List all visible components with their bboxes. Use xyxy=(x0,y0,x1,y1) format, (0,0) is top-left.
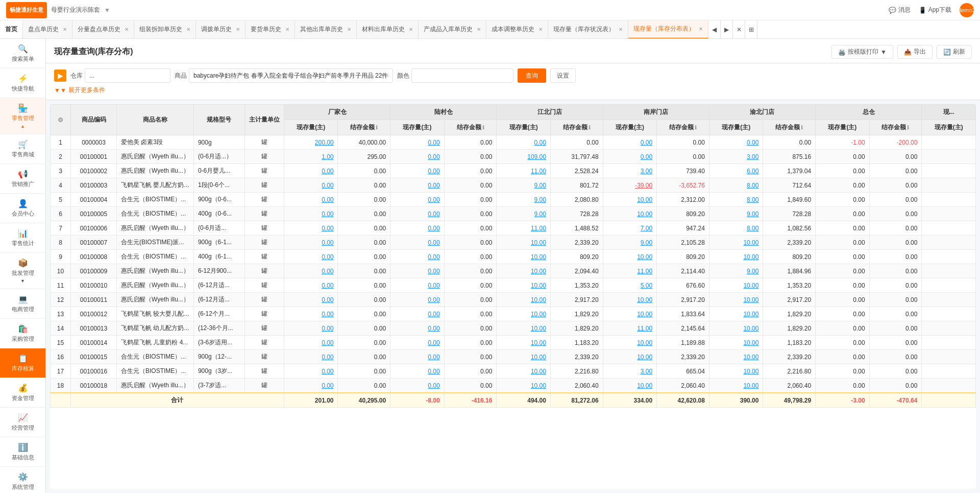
qty-link[interactable]: 200.00 xyxy=(315,139,334,146)
qty-link[interactable]: 0.00 xyxy=(428,354,439,361)
qty-link[interactable]: 10.00 xyxy=(531,282,546,289)
color-input[interactable] xyxy=(411,68,513,83)
selector-arrow[interactable]: ▼ xyxy=(104,7,110,14)
qty-link[interactable]: 0.00 xyxy=(428,268,439,275)
qty-link[interactable]: 10.00 xyxy=(743,339,758,346)
qty-link[interactable]: 10.00 xyxy=(531,382,546,389)
setting-btn[interactable]: 设置 xyxy=(550,68,576,83)
qty-link[interactable]: 0.00 xyxy=(428,296,439,303)
qty-link[interactable]: 10.00 xyxy=(637,253,652,261)
qty-link[interactable]: 0.00 xyxy=(322,239,333,246)
qty-link[interactable]: 0.00 xyxy=(322,268,333,275)
qty-link[interactable]: 10.00 xyxy=(743,253,758,261)
qty-link[interactable]: 0.00 xyxy=(641,153,652,160)
qty-link[interactable]: 0.00 xyxy=(428,239,439,246)
export-btn[interactable]: 📤 导出 xyxy=(897,45,933,59)
sidebar-item-wholesale[interactable]: 📦 批发管理 ▼ xyxy=(0,253,45,289)
print-btn[interactable]: 🖨️ 按模版打印 ▼ xyxy=(831,45,893,59)
qty-link[interactable]: 10.00 xyxy=(743,282,758,289)
qty-link[interactable]: 0.00 xyxy=(428,225,439,232)
qty-link[interactable]: 10.00 xyxy=(531,268,546,275)
qty-link[interactable]: 11.00 xyxy=(531,168,546,175)
qty-link[interactable]: 0.00 xyxy=(428,368,439,375)
qty-link[interactable]: 3.00 xyxy=(641,368,652,375)
qty-link[interactable]: 9.00 xyxy=(534,196,546,203)
info-icon[interactable]: ℹ xyxy=(695,125,697,130)
sidebar-item-inventory[interactable]: 📋 库存核算 xyxy=(0,348,45,378)
qty-link[interactable]: 0.00 xyxy=(322,296,333,303)
sidebar-item-member[interactable]: 👤 会员中心 xyxy=(0,194,45,223)
qty-link[interactable]: 0.00 xyxy=(322,168,333,175)
qty-link[interactable]: 0.00 xyxy=(322,382,333,389)
qty-link[interactable]: 10.00 xyxy=(531,325,546,332)
sidebar-item-ecom[interactable]: 💻 电商管理 xyxy=(0,289,45,319)
tab-close-all-btn[interactable]: ✕ xyxy=(733,20,745,39)
expand-more-btn[interactable]: ▼▼ 展开更多条件 xyxy=(54,86,972,95)
qty-link[interactable]: -39.00 xyxy=(635,182,652,189)
filter-toggle-btn[interactable]: ▶ xyxy=(54,69,66,82)
qty-link[interactable]: 11.00 xyxy=(637,325,652,332)
qty-link[interactable]: 10.00 xyxy=(637,210,652,218)
qty-link[interactable]: 7.00 xyxy=(641,225,652,232)
qty-link[interactable]: 11.00 xyxy=(531,225,546,232)
info-icon[interactable]: ℹ xyxy=(589,125,591,130)
qty-link[interactable]: 10.00 xyxy=(531,339,546,346)
qty-link[interactable]: 9.00 xyxy=(641,239,652,246)
close-icon[interactable]: ✕ xyxy=(236,27,240,32)
qty-link[interactable]: 0.00 xyxy=(428,339,439,346)
qty-link[interactable]: 8.00 xyxy=(747,225,758,232)
qty-link[interactable]: 10.00 xyxy=(637,382,652,389)
qty-link[interactable]: 10.00 xyxy=(743,296,758,303)
qty-link[interactable]: 0.00 xyxy=(428,382,439,389)
qty-link[interactable]: 10.00 xyxy=(531,354,546,361)
sidebar-item-ops[interactable]: 📈 经营管理 xyxy=(0,408,45,437)
qty-link[interactable]: 10.00 xyxy=(743,325,758,332)
close-icon[interactable]: ✕ xyxy=(699,26,703,32)
qty-link[interactable]: 0.00 xyxy=(747,139,758,146)
qty-link[interactable]: 1.00 xyxy=(322,153,333,160)
qty-link[interactable]: 9.00 xyxy=(747,268,758,275)
qty-link[interactable]: 10.00 xyxy=(743,311,758,318)
qty-link[interactable]: 10.00 xyxy=(531,239,546,246)
qty-link[interactable]: 0.00 xyxy=(322,354,333,361)
info-icon[interactable]: ℹ xyxy=(907,125,909,130)
qty-link[interactable]: 10.00 xyxy=(637,296,652,303)
qty-link[interactable]: 0.00 xyxy=(641,139,652,146)
qty-link[interactable]: 0.00 xyxy=(428,311,439,318)
qty-link[interactable]: 0.00 xyxy=(322,282,333,289)
sidebar-item-base[interactable]: ℹ️ 基础信息 xyxy=(0,437,45,467)
qty-link[interactable]: 9.00 xyxy=(747,210,758,218)
qty-link[interactable]: 0.00 xyxy=(428,210,439,218)
app-download-btn[interactable]: 📱 App下载 xyxy=(919,6,951,14)
tab-requisition[interactable]: 要货单历史✕ xyxy=(246,20,295,39)
qty-link[interactable]: 0.00 xyxy=(534,139,546,146)
qty-link[interactable]: 0.00 xyxy=(322,210,333,218)
qty-link[interactable]: 0.00 xyxy=(322,196,333,203)
tab-prev-btn[interactable]: ◀ xyxy=(708,20,721,39)
sidebar-item-system[interactable]: ⚙️ 系统管理 xyxy=(0,467,45,493)
warehouse-input[interactable] xyxy=(85,68,170,83)
qty-link[interactable]: 0.00 xyxy=(428,182,439,189)
tab-transfer[interactable]: 调拨单历史✕ xyxy=(196,20,246,39)
close-icon[interactable]: ✕ xyxy=(409,27,413,32)
qty-link[interactable]: 0.00 xyxy=(428,253,439,261)
qty-link[interactable]: 5.00 xyxy=(641,282,652,289)
qty-link[interactable]: 3.00 xyxy=(747,153,758,160)
qty-link[interactable]: 10.00 xyxy=(743,239,758,246)
qty-link[interactable]: 0.00 xyxy=(322,225,333,232)
qty-link[interactable]: 10.00 xyxy=(743,382,758,389)
sidebar-item-nav[interactable]: ⚡ 快捷导航 xyxy=(0,68,45,98)
close-icon[interactable]: ✕ xyxy=(125,27,129,32)
close-icon[interactable]: ✕ xyxy=(477,27,481,32)
qty-link[interactable]: 0.00 xyxy=(322,253,333,261)
tab-inventory-check[interactable]: 盘点单历史✕ xyxy=(23,20,72,39)
qty-link[interactable]: 10.00 xyxy=(637,196,652,203)
avatar[interactable]: demo2 xyxy=(960,3,974,17)
company-selector[interactable]: 母婴行业演示陈套 xyxy=(51,6,100,14)
goods-input[interactable] xyxy=(189,68,393,83)
tab-assemble[interactable]: 组装拆卸单历史✕ xyxy=(134,20,196,39)
qty-link[interactable]: 9.00 xyxy=(534,210,546,218)
close-icon[interactable]: ✕ xyxy=(538,27,543,32)
qty-link[interactable]: 109.00 xyxy=(527,153,546,160)
info-icon[interactable]: ℹ xyxy=(376,125,378,130)
